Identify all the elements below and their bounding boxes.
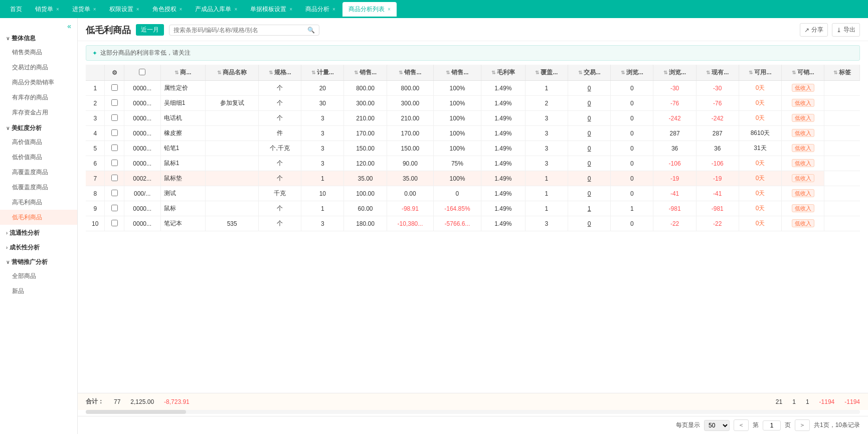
sidebar-item-高价值商品[interactable]: 高价值商品 xyxy=(0,134,77,150)
td-browse1[interactable]: 0 xyxy=(568,111,611,126)
browse1-link[interactable]: 0 xyxy=(588,190,591,197)
row-checkbox[interactable] xyxy=(111,160,118,166)
nav-close-单据模板设置[interactable]: × xyxy=(289,7,292,12)
sort-icon-sales_price[interactable]: ⇅ xyxy=(399,70,403,75)
td-browse1[interactable]: 0 xyxy=(568,126,611,141)
nav-item-首页[interactable]: 首页 xyxy=(4,2,28,17)
row-checkbox[interactable] xyxy=(111,129,118,136)
td-checkbox[interactable] xyxy=(105,81,124,96)
td-browse1[interactable]: 0 xyxy=(568,171,611,186)
scrollbar-thumb[interactable] xyxy=(86,410,186,414)
td-checkbox[interactable] xyxy=(105,126,124,141)
td-browse1[interactable]: 0 xyxy=(568,96,611,111)
sidebar-item-商品分类助销率[interactable]: 商品分类助销率 xyxy=(0,75,77,90)
nav-close-商品分析[interactable]: × xyxy=(332,7,335,12)
sidebar-group-整体信息[interactable]: ∨整体信息 xyxy=(0,30,77,45)
select-all-checkbox[interactable] xyxy=(139,69,145,75)
row-checkbox[interactable] xyxy=(111,175,118,181)
td-browse1[interactable]: 0 xyxy=(568,81,611,96)
sort-icon-code[interactable]: ⇅ xyxy=(175,70,179,75)
page-size-select[interactable]: 50 100 xyxy=(704,420,730,431)
sort-icon-sellable[interactable]: ⇅ xyxy=(792,70,796,75)
sort-icon-tag[interactable]: ⇅ xyxy=(833,70,837,75)
row-checkbox[interactable] xyxy=(111,144,118,151)
share-button[interactable]: ↗ 分享 xyxy=(800,23,828,37)
sidebar-group-营销推广分析[interactable]: ∨营销推广分析 xyxy=(0,254,77,268)
sort-icon-sales_count[interactable]: ⇅ xyxy=(354,70,358,75)
browse1-link[interactable]: 1 xyxy=(588,205,591,212)
sidebar-item-有库存的商品[interactable]: 有库存的商品 xyxy=(0,90,77,105)
nav-item-权限设置[interactable]: 权限设置× xyxy=(103,2,145,17)
sidebar-item-高覆盖度商品[interactable]: 高覆盖度商品 xyxy=(0,165,77,180)
browse1-link[interactable]: 0 xyxy=(588,100,591,107)
th-settings[interactable]: ⚙ xyxy=(105,65,124,81)
next-page-btn[interactable]: ＞ xyxy=(795,419,810,431)
browse1-link[interactable]: 0 xyxy=(588,160,591,167)
td-browse1[interactable]: 1 xyxy=(568,201,611,216)
nav-item-商品分析[interactable]: 商品分析× xyxy=(299,2,341,17)
sort-icon-coverage[interactable]: ⇅ xyxy=(535,70,539,75)
nav-close-进货单[interactable]: × xyxy=(93,7,96,12)
sidebar-item-全部商品[interactable]: 全部商品 xyxy=(0,268,77,283)
nav-close-销货单[interactable]: × xyxy=(56,7,59,12)
sort-icon-current[interactable]: ⇅ xyxy=(706,70,710,75)
prev-page-btn[interactable]: ＜ xyxy=(734,419,749,431)
td-checkbox[interactable] xyxy=(105,186,124,201)
sort-icon-browse1[interactable]: ⇅ xyxy=(621,70,625,75)
sidebar-item-销售类商品[interactable]: 销售类商品 xyxy=(0,45,77,60)
td-checkbox[interactable] xyxy=(105,96,124,111)
row-checkbox[interactable] xyxy=(111,99,118,106)
row-checkbox[interactable] xyxy=(111,114,118,121)
sidebar-item-低价值商品[interactable]: 低价值商品 xyxy=(0,150,77,165)
date-filter-btn[interactable]: 近一月 xyxy=(136,24,164,36)
sort-icon-trade[interactable]: ⇅ xyxy=(578,70,582,75)
sidebar-item-高毛利商品[interactable]: 高毛利商品 xyxy=(0,195,77,210)
td-checkbox[interactable] xyxy=(105,111,124,126)
sidebar-collapse-btn[interactable]: « xyxy=(65,22,73,30)
sidebar-item-库存资金占用[interactable]: 库存资金占用 xyxy=(0,105,77,120)
td-checkbox[interactable] xyxy=(105,156,124,171)
sort-icon-gross_margin[interactable]: ⇅ xyxy=(491,70,495,75)
browse1-link[interactable]: 0 xyxy=(588,85,591,92)
th-checkbox[interactable] xyxy=(124,65,160,81)
nav-item-产成品入库单[interactable]: 产成品入库单× xyxy=(189,2,243,17)
td-checkbox[interactable] xyxy=(105,216,124,231)
browse1-link[interactable]: 0 xyxy=(588,175,591,182)
row-checkbox[interactable] xyxy=(111,220,118,226)
nav-close-产成品入库单[interactable]: × xyxy=(234,7,237,12)
sort-icon-browse2[interactable]: ⇅ xyxy=(663,70,667,75)
sort-icon-sales_amount[interactable]: ⇅ xyxy=(446,70,450,75)
browse1-link[interactable]: 0 xyxy=(588,115,591,122)
row-checkbox[interactable] xyxy=(111,190,118,196)
nav-item-进货单[interactable]: 进货单× xyxy=(66,2,102,17)
td-browse1[interactable]: 0 xyxy=(568,186,611,201)
sort-icon-name[interactable]: ⇅ xyxy=(217,70,221,75)
browse1-link[interactable]: 0 xyxy=(588,145,591,152)
td-checkbox[interactable] xyxy=(105,171,124,186)
page-input[interactable] xyxy=(763,420,781,430)
td-browse1[interactable]: 0 xyxy=(568,216,611,231)
nav-item-商品分析列表[interactable]: 商品分析列表× xyxy=(342,2,397,17)
sidebar-item-低覆盖度商品[interactable]: 低覆盖度商品 xyxy=(0,180,77,195)
browse1-link[interactable]: 0 xyxy=(588,220,591,227)
browse1-link[interactable]: 0 xyxy=(588,130,591,137)
nav-item-角色授权[interactable]: 角色授权× xyxy=(146,2,189,17)
sort-icon-spec[interactable]: ⇅ xyxy=(269,70,273,75)
nav-close-商品分析列表[interactable]: × xyxy=(388,7,391,12)
nav-close-角色授权[interactable]: × xyxy=(180,7,183,12)
nav-item-销货单[interactable]: 销货单× xyxy=(29,2,65,17)
scrollbar-track[interactable] xyxy=(86,410,860,414)
sidebar-item-低毛利商品[interactable]: 低毛利商品 xyxy=(0,210,77,225)
sidebar-item-交易过的商品[interactable]: 交易过的商品 xyxy=(0,60,77,75)
sidebar-item-新品[interactable]: 新品 xyxy=(0,283,77,299)
td-checkbox[interactable] xyxy=(105,201,124,216)
row-checkbox[interactable] xyxy=(111,205,118,211)
search-icon[interactable]: 🔍 xyxy=(307,27,315,34)
sort-icon-unit[interactable]: ⇅ xyxy=(311,70,315,75)
row-checkbox[interactable] xyxy=(111,84,118,91)
sidebar-group-美虹度分析[interactable]: ∨美虹度分析 xyxy=(0,120,77,134)
sidebar-group-成长性分析[interactable]: ›成长性分析 xyxy=(0,239,77,254)
nav-item-单据模板设置[interactable]: 单据模板设置× xyxy=(244,2,298,17)
nav-close-权限设置[interactable]: × xyxy=(136,7,139,12)
td-browse1[interactable]: 0 xyxy=(568,141,611,156)
